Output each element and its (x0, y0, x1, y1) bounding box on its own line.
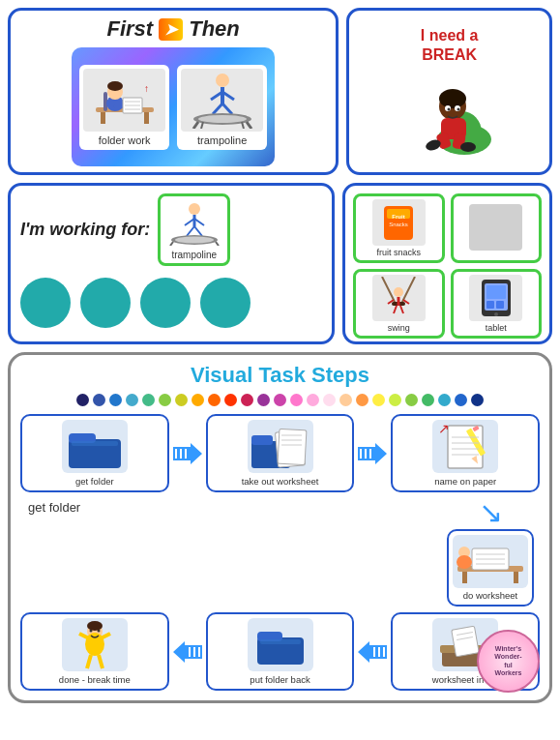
step-get-folder-label: get folder (26, 476, 163, 487)
dot (471, 394, 484, 406)
svg-marker-112 (173, 641, 202, 663)
empty-reward-image (469, 204, 522, 251)
dot (126, 394, 138, 406)
dot (290, 394, 303, 406)
svg-line-107 (87, 655, 91, 668)
svg-text:Fruit: Fruit (393, 214, 405, 220)
step-box-get-folder: get folder (20, 414, 169, 492)
svg-line-108 (99, 655, 103, 668)
svg-line-47 (216, 242, 219, 246)
svg-marker-70 (173, 443, 202, 464)
arrow-left-1 (173, 641, 202, 663)
dot (192, 394, 204, 406)
then-label: Then (189, 16, 240, 42)
svg-point-37 (457, 107, 459, 110)
svg-line-52 (382, 277, 396, 304)
break-card: I need a BREAK (346, 8, 552, 175)
svg-rect-1 (101, 112, 105, 124)
svg-rect-69 (72, 441, 118, 446)
svg-point-6 (107, 81, 123, 91)
svg-point-33 (460, 142, 476, 152)
svg-point-63 (494, 312, 498, 316)
step-box-name-on-paper: ↗ name on paper (391, 414, 540, 492)
svg-point-20 (198, 115, 247, 123)
svg-line-21 (193, 122, 198, 129)
put-folder-back-image (248, 618, 313, 671)
diagonal-arrow-icon: ↘ (479, 498, 503, 527)
arrow-left-2 (358, 641, 387, 663)
reward-item-empty (451, 193, 543, 263)
arrow-1 (173, 443, 202, 464)
activity2-label: trampoline (181, 134, 263, 146)
dots-row (20, 394, 540, 406)
dot (224, 394, 237, 406)
svg-rect-65 (486, 301, 494, 309)
dot (438, 394, 451, 406)
tablet-image (469, 275, 522, 321)
middle-section: I'm working for: trampoline (0, 179, 560, 348)
take-out-worksheet-image (248, 420, 313, 473)
dot (323, 394, 336, 406)
fruit-snacks-image: Fruit Snacks (372, 199, 426, 246)
dot (405, 394, 418, 406)
reward-item-tablet: tablet (451, 269, 543, 339)
token-4 (200, 278, 251, 328)
dot (257, 394, 270, 406)
step-box-done-break: done - break time (20, 612, 169, 691)
fruit-snacks-label: fruit snacks (376, 248, 421, 257)
break-title: I need a BREAK (421, 26, 479, 63)
working-for-label: I'm working for: (20, 220, 150, 240)
svg-rect-2 (144, 112, 149, 124)
dot (389, 394, 401, 406)
folder-work-image: ↑ (83, 69, 165, 132)
svg-line-53 (401, 277, 415, 304)
token-3 (140, 278, 191, 328)
activity-box-trampoline: trampoline (177, 65, 267, 150)
activity1-label: folder work (83, 134, 165, 146)
step-box-do-worksheet: do worksheet (447, 529, 534, 607)
step-put-folder-back-label: put folder back (212, 674, 349, 685)
svg-rect-66 (496, 301, 504, 309)
dot (307, 394, 319, 406)
dot (93, 394, 105, 406)
rewards-card: Fruit Snacks fruit snacks (342, 183, 552, 344)
svg-line-46 (170, 242, 173, 246)
first-then-card: First ➤ Then (8, 8, 339, 175)
svg-line-42 (187, 226, 194, 236)
dot (76, 394, 89, 406)
swing-image (372, 275, 426, 321)
wwl-logo: Winter's Wonder- ful Workers (477, 630, 540, 693)
step-name-on-paper-label: name on paper (397, 476, 534, 487)
svg-point-13 (216, 74, 229, 87)
svg-line-18 (222, 104, 232, 114)
svg-text:↑: ↑ (144, 83, 149, 94)
highlighted-step-label: get folder (28, 500, 80, 515)
svg-point-28 (439, 89, 466, 108)
svg-line-43 (194, 226, 202, 236)
dot (356, 394, 368, 406)
step-box-put-folder-back: put folder back (206, 612, 355, 691)
svg-rect-64 (486, 285, 506, 299)
dot (274, 394, 286, 406)
svg-rect-96 (514, 572, 518, 583)
first-then-images: ↑ folder work (72, 47, 275, 166)
svg-marker-81 (358, 443, 387, 464)
reward-item-fruit-snacks: Fruit Snacks fruit snacks (353, 193, 445, 263)
svg-rect-125 (452, 626, 479, 657)
trampoline-reward-box: trampoline (158, 193, 230, 266)
svg-rect-118 (260, 639, 301, 644)
svg-rect-75 (251, 435, 273, 445)
arrow-2 (358, 443, 387, 464)
svg-line-59 (394, 306, 397, 313)
dot (241, 394, 253, 406)
swing-label: swing (388, 323, 410, 333)
step-box-take-out-worksheet: take out worksheet (206, 414, 355, 492)
step-done-break-label: done - break time (26, 674, 163, 685)
dot (142, 394, 155, 406)
get-folder-image (62, 420, 128, 473)
vts-section: Visual Task Steps get folder (8, 352, 552, 703)
dot (339, 394, 352, 406)
tablet-label: tablet (486, 323, 507, 333)
svg-line-60 (400, 306, 403, 313)
first-then-title: First ➤ Then (107, 16, 240, 42)
